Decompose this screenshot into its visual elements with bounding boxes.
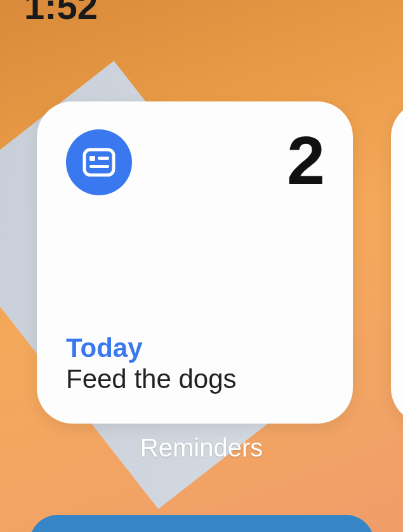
svg-rect-1 — [89, 156, 95, 161]
reminders-count: 2 — [287, 129, 324, 191]
adjacent-widget[interactable] — [391, 101, 403, 424]
widget-body: Today Feed the dogs — [66, 334, 324, 398]
svg-rect-0 — [84, 150, 114, 175]
reminders-widget[interactable]: 2 Today Feed the dogs — [37, 101, 353, 424]
reminders-item-title: Feed the dogs — [66, 364, 324, 394]
reminders-list-icon — [66, 129, 132, 195]
status-bar-time: 1:52 — [24, 0, 98, 27]
reminders-section-title: Today — [66, 334, 324, 363]
widget-header: 2 — [66, 129, 324, 195]
widget-app-label: Reminders — [0, 434, 403, 462]
svg-rect-3 — [89, 165, 109, 168]
svg-rect-2 — [98, 157, 109, 160]
dock[interactable] — [29, 515, 374, 532]
